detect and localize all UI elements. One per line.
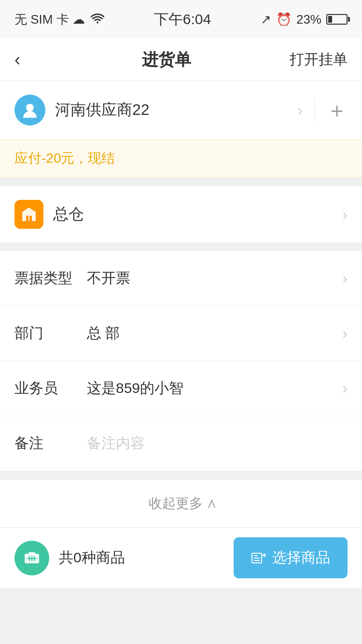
- bottom-bar: 共0种商品 选择商品: [0, 527, 362, 588]
- salesperson-chevron: ›: [342, 379, 348, 397]
- supplier-chevron-icon: ›: [297, 101, 303, 119]
- supplier-left: 河南供应商22: [14, 95, 297, 126]
- cart-icon-wrap: [14, 541, 49, 575]
- select-product-button[interactable]: 选择商品: [234, 537, 348, 578]
- cart-icon: [23, 549, 41, 567]
- warehouse-section: 总仓 ›: [0, 186, 362, 242]
- person-icon: [21, 101, 39, 119]
- add-supplier-button[interactable]: ＋: [326, 99, 348, 121]
- select-product-label: 选择商品: [272, 548, 330, 568]
- svg-rect-4: [28, 552, 35, 554]
- alarm-icon: ⏰: [276, 12, 292, 27]
- warehouse-icon: [21, 206, 37, 223]
- select-product-icon: [251, 550, 266, 566]
- svg-rect-2: [29, 216, 32, 221]
- supplier-name: 河南供应商22: [55, 99, 297, 121]
- salesperson-label: 业务员: [14, 378, 82, 398]
- warehouse-name: 总仓: [53, 204, 342, 225]
- page-title: 进货单: [142, 49, 191, 71]
- product-count: 共0种商品: [59, 548, 234, 568]
- salesperson-value: 这是859的小智: [82, 378, 342, 398]
- department-row[interactable]: 部门 总 部 ›: [0, 306, 362, 361]
- status-right: ↗ ⏰ 23%: [261, 12, 348, 27]
- invoice-type-label: 票据类型: [14, 268, 82, 288]
- status-bar: 无 SIM 卡 ☁ 下午6:04 ↗ ⏰ 23%: [0, 0, 362, 39]
- collapse-row[interactable]: 收起更多 ∧: [0, 479, 362, 527]
- svg-rect-1: [26, 216, 28, 221]
- warehouse-row[interactable]: 总仓 ›: [0, 186, 362, 242]
- salesperson-row[interactable]: 业务员 这是859的小智 ›: [0, 361, 362, 416]
- location-icon: ↗: [261, 12, 271, 27]
- remark-label: 备注: [14, 434, 82, 453]
- invoice-type-value: 不开票: [82, 268, 342, 288]
- battery-icon: [326, 14, 348, 25]
- form-section: 票据类型 不开票 › 部门 总 部 › 业务员 这是859的小智 › 备注 备注…: [0, 251, 362, 471]
- remark-row[interactable]: 备注 备注内容: [0, 416, 362, 471]
- status-time: 下午6:04: [154, 10, 211, 29]
- warehouse-chevron-icon: ›: [342, 206, 348, 224]
- remark-value: 备注内容: [82, 434, 348, 453]
- sim-label: 无 SIM 卡 ☁: [14, 11, 85, 28]
- invoice-type-chevron: ›: [342, 269, 348, 287]
- invoice-type-row[interactable]: 票据类型 不开票 ›: [0, 251, 362, 306]
- content: 河南供应商22 › ＋ 应付-20元，现结 总仓 › 票据类型: [0, 81, 362, 588]
- open-pending-button[interactable]: 打开挂单: [290, 50, 348, 70]
- wifi-icon: [91, 12, 104, 27]
- department-label: 部门: [14, 323, 82, 343]
- battery-percent: 23%: [296, 12, 321, 27]
- department-value: 总 部: [82, 323, 342, 343]
- divider: [314, 98, 315, 122]
- nav-bar: ‹ 进货单 打开挂单: [0, 39, 362, 81]
- notice-banner: 应付-20元，现结: [0, 139, 362, 178]
- supplier-section: 河南供应商22 › ＋ 应付-20元，现结: [0, 81, 362, 178]
- collapse-label: 收起更多 ∧: [149, 494, 218, 513]
- back-button[interactable]: ‹: [14, 50, 43, 70]
- notice-text: 应付-20元，现结: [14, 151, 115, 166]
- warehouse-icon-wrap: [14, 200, 43, 229]
- svg-point-0: [26, 104, 34, 112]
- status-left: 无 SIM 卡 ☁: [14, 11, 104, 28]
- department-chevron: ›: [342, 324, 348, 342]
- supplier-row[interactable]: 河南供应商22 › ＋: [0, 81, 362, 139]
- supplier-avatar: [14, 95, 45, 126]
